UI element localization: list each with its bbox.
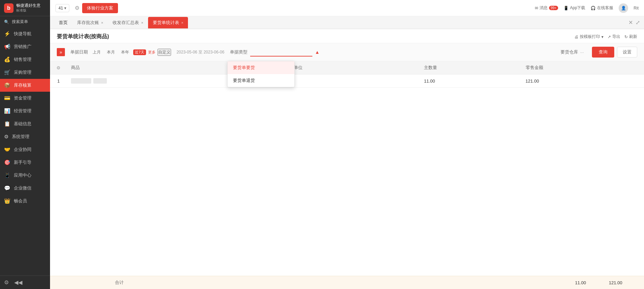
sidebar-item-label: 系统管理 (12, 134, 29, 140)
collapse-icon[interactable]: ◀◀ (14, 279, 22, 286)
app-download-button[interactable]: 📱 App下载 (564, 5, 585, 11)
sidebar-item-inventory[interactable]: 📦 库存核算 (0, 79, 50, 92)
col-amount-header: 零售金额 (522, 61, 644, 74)
warehouse-options-icon[interactable]: ··· (580, 50, 584, 55)
filter-action-buttons: 查询 设置 (592, 47, 637, 58)
this-year-button[interactable]: 本年 (119, 49, 131, 56)
sidebar: b 畅捷通好生意 标准版 🔍 搜索菜单 ⚡ 快捷导航 📢 营销推广 💰 销售管理… (0, 0, 50, 289)
dropdown-arrow-icon: ▾ (64, 6, 66, 10)
tab-receive-summary-close[interactable]: × (141, 21, 143, 25)
inventory-icon: 📦 (4, 82, 10, 88)
type-dropdown-arrow[interactable]: ▲ (315, 49, 320, 55)
sidebar-item-label: 营销推广 (14, 44, 31, 50)
phone-icon: 📱 (564, 6, 569, 10)
sidebar-item-purchase[interactable]: 🛒 采购管理 (0, 66, 50, 79)
enterprise-icon: 🤝 (4, 147, 10, 153)
settings-icon[interactable]: ⚙ (4, 279, 9, 286)
tab-inventory-batch[interactable]: 库存批次账 × (72, 17, 108, 28)
print-label: 按模板打印 (580, 34, 600, 40)
sidebar-bottom: ⚙ ◀◀ (0, 275, 50, 289)
date-range-display: 2023-05-06 至 2023-06-06 (176, 49, 224, 55)
sidebar-item-label: 企业协同 (14, 147, 31, 153)
tab-inventory-batch-label: 库存批次账 (77, 20, 99, 26)
query-button[interactable]: 查询 (592, 47, 614, 58)
tabs-right: ✕ ⤢ (628, 19, 640, 26)
filter-bar: » 单据日期 上月 本月 本年 近7天 更多 自定义 2023-05-06 至 … (50, 43, 644, 61)
print-button[interactable]: 🖨 按模板打印 ▾ (574, 34, 603, 40)
row-number: 1 (50, 74, 67, 88)
trial-button[interactable]: 体验行业方案 (82, 3, 118, 13)
print-dropdown-icon: ▾ (601, 35, 603, 39)
service-button[interactable]: 🎧 在线客服 (591, 5, 613, 11)
tab-order-stats-label: 要货单统计表 (153, 20, 179, 26)
sidebar-item-system[interactable]: ⚙ 系统管理 (0, 130, 50, 143)
sidebar-logo: b 畅捷通好生意 标准版 (0, 0, 50, 16)
recent-7days-badge[interactable]: 近7天 (133, 49, 146, 55)
service-label: 在线客服 (597, 5, 613, 11)
logo-sub: 标准版 (16, 8, 41, 13)
expand-tabs-button[interactable]: ⤢ (636, 19, 640, 26)
col-qty-header: 主数量 (420, 61, 521, 74)
export-button[interactable]: ↗ 导出 (607, 34, 620, 40)
sidebar-item-finance[interactable]: 💳 资金管理 (0, 92, 50, 105)
row-qty: 11.00 (420, 74, 521, 88)
tab-order-stats-close[interactable]: × (181, 21, 183, 25)
tab-receive-summary[interactable]: 收发存汇总表 × (108, 17, 148, 28)
avatar[interactable]: 👤 (619, 3, 628, 13)
this-month-button[interactable]: 本月 (105, 49, 117, 56)
filter-expand-button[interactable]: » (57, 48, 65, 56)
finance-icon: 💳 (4, 95, 10, 101)
tab-home[interactable]: 首页 (54, 17, 72, 28)
sidebar-item-basic-info[interactable]: 📋 基础信息 (0, 117, 50, 130)
tabs-bar: 首页 库存批次账 × 收发存汇总表 × 要货单统计表 × ✕ ⤢ (50, 16, 644, 29)
topbar-left: 41 ▾ ⚙ 体验行业方案 (55, 3, 535, 13)
msg-label: 消息 (540, 5, 548, 11)
sidebar-item-enterprise[interactable]: 🤝 企业协同 (0, 143, 50, 156)
more-date-options[interactable]: 更多 (148, 50, 156, 55)
type-dropdown-menu: 要货单要货 要货单退货 (227, 61, 295, 87)
sidebar-item-label: 采购管理 (14, 69, 31, 75)
logo-text-group: 畅捷通好生意 标准版 (16, 3, 41, 13)
sidebar-item-label: 快捷导航 (14, 31, 31, 37)
sidebar-item-quick-nav[interactable]: ⚡ 快捷导航 (0, 27, 50, 40)
footer-total-label: 合计 (54, 280, 124, 286)
search-icon: 🔍 (4, 20, 9, 24)
settings-button[interactable]: 设置 (617, 47, 637, 58)
system-icon: ⚙ (4, 134, 8, 140)
company-number: 41 (58, 6, 63, 10)
page-header: 要货单统计表(按商品) 🖨 按模板打印 ▾ ↗ 导出 ↻ 刷新 (50, 29, 644, 43)
col-settings: ⚙ (50, 61, 67, 74)
refresh-button[interactable]: ↻ 刷新 (624, 34, 637, 40)
sidebar-item-guide[interactable]: 🎯 新手引导 (0, 156, 50, 169)
sidebar-search[interactable]: 🔍 搜索菜单 (0, 16, 50, 27)
sidebar-item-app-center[interactable]: 📱 应用中心 (0, 169, 50, 182)
tab-order-stats[interactable]: 要货单统计表 × (148, 17, 188, 28)
sidebar-item-operations[interactable]: 📊 经营管理 (0, 105, 50, 117)
topbar-gear-icon[interactable]: ⚙ (75, 5, 79, 11)
tab-inventory-batch-close[interactable]: × (101, 21, 103, 25)
sidebar-item-label: 经营管理 (14, 108, 31, 114)
prev-month-button[interactable]: 上月 (91, 49, 103, 56)
product-placeholder-2 (93, 78, 107, 84)
company-selector[interactable]: 41 ▾ (55, 4, 69, 12)
table-footer: 合计 11.00 121.00 (50, 276, 644, 289)
dropdown-option-return[interactable]: 要货单退货 (228, 74, 294, 87)
sidebar-item-marketing[interactable]: 📢 营销推广 (0, 40, 50, 53)
sidebar-item-wechat[interactable]: 💬 企业微信 (0, 182, 50, 195)
marketing-icon: 📢 (4, 44, 10, 50)
table-row: 1 块 11.00 121.00 (50, 74, 644, 88)
custom-date-button[interactable]: 自定义 (158, 49, 171, 56)
quick-nav-icon: ⚡ (4, 31, 10, 37)
sidebar-item-sales[interactable]: 💰 销售管理 (0, 53, 50, 66)
type-filter-input[interactable] (250, 48, 312, 57)
sidebar-item-label: 销售管理 (14, 57, 31, 63)
msg-button[interactable]: ✉ 消息 99+ (535, 5, 558, 11)
dropdown-option-order[interactable]: 要货单要货 (228, 61, 294, 74)
column-settings-icon[interactable]: ⚙ (56, 65, 61, 70)
sidebar-item-vip[interactable]: 👑 畅会员 (0, 195, 50, 207)
close-all-tabs-button[interactable]: ✕ (628, 19, 633, 26)
topbar: 41 ▾ ⚙ 体验行业方案 ✉ 消息 99+ 📱 App下载 🎧 在线客服 👤 … (50, 0, 644, 16)
table-wrapper: ⚙ 商品 主计量单位 主数量 零售金额 1 (50, 61, 644, 276)
sidebar-item-label: 库存核算 (14, 82, 31, 88)
product-placeholder-1 (71, 78, 91, 84)
